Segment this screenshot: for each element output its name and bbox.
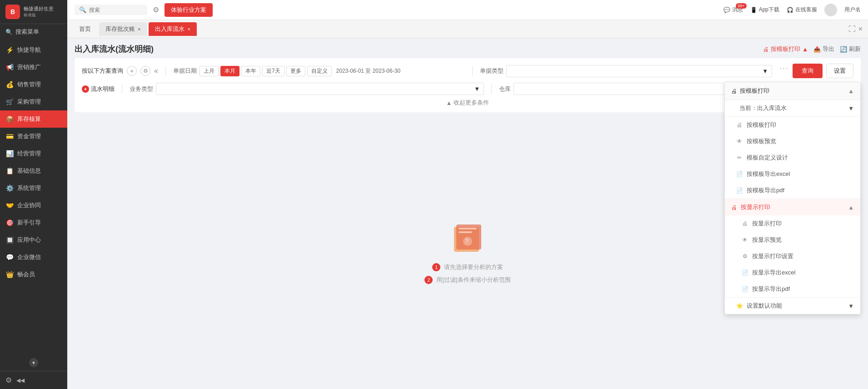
app-edition: 标准版 xyxy=(24,12,54,18)
topbar-search-input[interactable] xyxy=(89,7,143,13)
topbar-gear-icon[interactable]: ⚙ xyxy=(153,5,159,14)
customer-service-label: 在线客服 xyxy=(795,6,817,14)
sidebar-item-beginner[interactable]: 🎯 新手引导 xyxy=(0,214,67,231)
query-btn[interactable]: 查询 xyxy=(793,64,823,78)
filter-divider-1 xyxy=(165,66,166,75)
svg-rect-3 xyxy=(459,231,472,233)
date-btn-this-year[interactable]: 本年 xyxy=(241,66,260,76)
dropdown-chevron-up[interactable]: ▲ xyxy=(848,88,854,95)
current-chevron: ▼ xyxy=(848,105,854,112)
topbar: 🔍 ⚙ 体验行业方案 💬 消息 99+ 📱 App下载 🎧 在线客服 用户名 xyxy=(67,0,868,20)
app-name: 畅捷通好生意 xyxy=(24,5,54,12)
tab-maximize-btn[interactable]: ⛶ xyxy=(848,25,856,33)
trial-btn[interactable]: 体验行业方案 xyxy=(165,3,213,17)
tab-close-btn[interactable]: × xyxy=(858,25,863,33)
sidebar-item-basic[interactable]: 📋 基础信息 xyxy=(0,162,67,180)
page-header: 出入库流水(流水明细) 🖨 按模板打印 ▲ 📤 导出 🔄 刷新 xyxy=(67,38,868,58)
sidebar-item-inventory[interactable]: 📦 库存核算 xyxy=(0,110,67,128)
dropdown-item-template-custom[interactable]: ✏ 模板自定义设计 xyxy=(725,150,860,166)
tab-batch-account[interactable]: 库存批次账 × xyxy=(99,22,147,36)
sidebar-item-purchase[interactable]: 🛒 采购管理 xyxy=(0,93,67,110)
tab-home[interactable]: 首页 xyxy=(73,22,97,36)
export-btn[interactable]: 📤 导出 xyxy=(813,45,834,53)
filter-setting-button[interactable]: ⚙ xyxy=(140,66,150,76)
dropdown-item-display-print-settings[interactable]: ⚙ 按显示打印设置 xyxy=(725,248,860,264)
sidebar-item-finance[interactable]: 💳 资金管理 xyxy=(0,128,67,145)
filter-query-label: 按以下方案查询 + ⚙ « xyxy=(82,66,158,76)
dropdown-item-preview-icon: 👁 xyxy=(736,138,743,145)
topbar-search-icon: 🔍 xyxy=(79,6,86,13)
date-btn-last-month[interactable]: 上月 xyxy=(200,66,219,76)
dropdown-item-label: 按显示预览 xyxy=(752,236,782,244)
dropdown-item-display-excel[interactable]: 📄 按显示导出excel xyxy=(725,264,860,281)
more-options-icon[interactable]: ··· xyxy=(779,64,789,78)
dropdown-item-display-print[interactable]: 🖨 按显示打印 xyxy=(725,215,860,232)
app-name-container: 畅捷通好生意 标准版 xyxy=(24,5,54,18)
sidebar-item-wechat[interactable]: 💬 企业微信 xyxy=(0,249,67,266)
dropdown-item-display-printer-icon: 🖨 xyxy=(741,220,748,227)
basic-icon: 📋 xyxy=(5,167,14,175)
sidebar-item-marketing[interactable]: 📢 营销推广 xyxy=(0,59,67,76)
sidebar-search-label: 搜索菜单 xyxy=(15,28,39,36)
message-action[interactable]: 💬 消息 99+ xyxy=(723,6,743,14)
marketing-icon: 📢 xyxy=(5,64,14,71)
dropdown-item-template-excel[interactable]: 📄 按模板导出excel xyxy=(725,166,860,182)
filter-add-button[interactable]: + xyxy=(127,66,137,76)
dropdown-header: 🖨 按模板打印 ▲ xyxy=(725,82,860,100)
sidebar-item-vip[interactable]: 👑 畅会员 xyxy=(0,266,67,283)
filter-row-1: 按以下方案查询 + ⚙ « 单据日期 上月 本月 本年 近7天 更多 自定义 xyxy=(82,64,853,78)
svg-rect-2 xyxy=(459,228,477,229)
dropdown-item-label: 按显示打印 xyxy=(752,219,782,228)
tab-flow[interactable]: 出入库流水 × xyxy=(149,22,196,36)
filter-row2-divider2 xyxy=(491,85,492,94)
dropdown-item-label: 按模板预览 xyxy=(747,137,776,145)
sidebar-search-item[interactable]: 🔍 搜索菜单 xyxy=(0,24,67,40)
dropdown-item-display-preview[interactable]: 👁 按显示预览 xyxy=(725,232,860,248)
dropdown-section-display-print[interactable]: 🖨 按显示打印 ▲ xyxy=(725,199,860,215)
dropdown-item-label: 按模板导出excel xyxy=(747,170,790,178)
dropdown-item-template-pdf[interactable]: 📄 按模板导出pdf xyxy=(725,182,860,199)
date-btn-this-month[interactable]: 本月 xyxy=(220,66,239,76)
sidebar-item-label: 企业微信 xyxy=(17,253,41,261)
dropdown-item-label: 按显示导出pdf xyxy=(752,285,790,293)
date-btn-custom[interactable]: 自定义 xyxy=(307,66,332,76)
doc-type-select[interactable]: ▼ xyxy=(506,65,772,77)
quick-nav-icon: ⚡ xyxy=(5,46,14,54)
sidebar-item-operations[interactable]: 📊 经营管理 xyxy=(0,145,67,162)
printer-icon: 🖨 xyxy=(763,46,769,53)
customer-service-action[interactable]: 🎧 在线客服 xyxy=(787,6,817,14)
refresh-icon: 🔄 xyxy=(840,46,847,53)
app-download-action[interactable]: 📱 App下载 xyxy=(750,6,779,14)
user-avatar[interactable] xyxy=(824,4,837,16)
sidebar-item-app-center[interactable]: 🔲 应用中心 xyxy=(0,231,67,249)
sidebar-item-system[interactable]: ⚙️ 系统管理 xyxy=(0,180,67,197)
filter-divider-2 xyxy=(472,66,473,75)
dropdown-item-display-pdf[interactable]: 📄 按显示导出pdf xyxy=(725,281,860,297)
dropdown-item-template-preview[interactable]: 👁 按模板预览 xyxy=(725,133,860,150)
sidebar-item-sales[interactable]: 💰 销售管理 xyxy=(0,76,67,93)
refresh-btn[interactable]: 🔄 刷新 xyxy=(840,45,861,53)
date-filter-label: 单据日期 xyxy=(173,67,197,75)
dropdown-item-custom-icon: ✏ xyxy=(736,155,743,161)
settings-icon[interactable]: ⚙ xyxy=(5,376,12,384)
template-print-btn[interactable]: 🖨 按模板打印 ▲ xyxy=(763,45,808,53)
dropdown-item-set-default[interactable]: ⭐ 设置默认功能 ▼ xyxy=(725,298,860,314)
sidebar-scroll-down[interactable]: ▼ xyxy=(29,358,38,367)
tab-batch-account-close[interactable]: × xyxy=(138,26,140,32)
section-expand-icon[interactable]: ▲ xyxy=(848,204,854,211)
sidebar-item-quick-nav[interactable]: ⚡ 快捷导航 xyxy=(0,41,67,59)
dropdown-item-template-print[interactable]: 🖨 按模板打印 xyxy=(725,117,860,133)
app-download-icon: 📱 xyxy=(750,7,757,13)
filter-type-icon: ● xyxy=(82,85,89,93)
date-btn-7days[interactable]: 近7天 xyxy=(262,66,284,76)
date-btn-more[interactable]: 更多 xyxy=(286,66,305,76)
empty-step-1: 1 请先选择要分析的方案 xyxy=(432,263,503,271)
biz-type-select[interactable]: ▼ xyxy=(156,83,484,95)
filter-collapse-button[interactable]: « xyxy=(154,67,158,75)
tab-flow-close[interactable]: × xyxy=(187,26,190,32)
app-logo-icon: B xyxy=(5,5,20,19)
topbar-search-box[interactable]: 🔍 xyxy=(75,5,147,15)
sidebar-item-cooperation[interactable]: 🤝 企业协同 xyxy=(0,197,67,214)
settings-btn[interactable]: 设置 xyxy=(826,64,853,78)
collapse-sidebar-icon[interactable]: ◀◀ xyxy=(16,377,25,384)
